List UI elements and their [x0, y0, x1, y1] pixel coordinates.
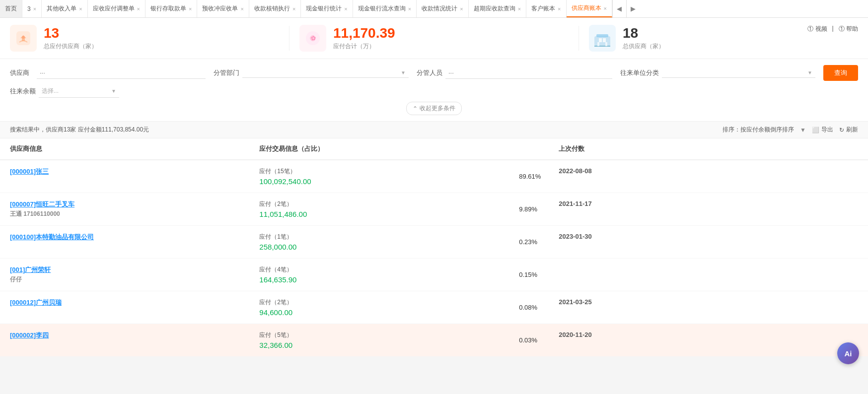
row-1-amount: 11,051,486.00: [259, 210, 519, 218]
nav-tab-bank-label: 银行存取款单: [150, 4, 186, 13]
row-4-lastpay: 2021-03-25: [559, 298, 758, 306]
nav-tab-collection-close[interactable]: ×: [292, 6, 295, 12]
query-button[interactable]: 查询: [823, 65, 858, 81]
row-0-transaction: 应付（15笔） 100,092,540.00 89.61%: [259, 167, 559, 186]
nav-tab-overdue[interactable]: 超期应收款查询 ×: [469, 0, 526, 17]
dept-label: 分管部门: [214, 68, 239, 77]
svg-text:✿: ✿: [311, 35, 316, 42]
svg-rect-4: [594, 36, 610, 46]
svg-rect-7: [603, 38, 606, 42]
row-4-supplier-link[interactable]: [000012]广州贝瑞: [10, 298, 259, 307]
export-button[interactable]: ⬜ 导出: [812, 126, 833, 134]
stat-text-total-payable: 11,170.39 应付合计（万）: [333, 26, 395, 51]
svg-rect-8: [594, 46, 610, 47]
row-5-supplier-link[interactable]: [000002]李四: [10, 331, 259, 340]
video-link[interactable]: ① 视频: [807, 25, 827, 33]
table-row[interactable]: [000007]恒旺二手叉车 王通 17106110000 应付（2笔） 11,…: [0, 193, 868, 226]
nav-tab-overdue-close[interactable]: ×: [518, 6, 521, 12]
row-0-lastpay-date: 2022-08-08: [559, 167, 592, 175]
nav-tab-other-income[interactable]: 其他收入单 ×: [42, 0, 87, 17]
row-5-lastpay: 2020-11-20: [559, 331, 758, 338]
nav-tab-home-label: 首页: [5, 4, 17, 13]
person-input[interactable]: [445, 67, 612, 79]
result-bar: 搜索结果中，供应商13家 应付金额111,703,854.00元 排序：按应付余…: [0, 122, 868, 138]
svg-rect-9: [597, 42, 599, 46]
row-2-percent: 0.23%: [519, 238, 559, 246]
row-1-sub: 王通 17106110000: [10, 210, 259, 218]
row-0-supplier-link[interactable]: [000001]张三: [10, 167, 259, 176]
nav-tab-advance-close[interactable]: ×: [240, 6, 243, 12]
row-2-supplier-link[interactable]: [000100]本特勤油品有限公司: [10, 233, 259, 242]
nav-tab-bank-close[interactable]: ×: [189, 6, 192, 12]
nav-tab-collection[interactable]: 收款核销执行 ×: [249, 0, 301, 17]
row-2-amount: 258,000.00: [259, 243, 519, 251]
help-link[interactable]: ① 帮助: [839, 25, 858, 33]
filter-supplier: 供应商: [10, 67, 206, 79]
nav-tab-advance[interactable]: 预收冲应收单 ×: [197, 0, 249, 17]
table-row[interactable]: [000001]张三 应付（15笔） 100,092,540.00 89.61%…: [0, 160, 868, 193]
nav-tab-customer-ledger-close[interactable]: ×: [558, 6, 561, 12]
payable-suppliers-number: 13: [44, 26, 97, 41]
nav-tab-cash-flow-close[interactable]: ×: [408, 6, 411, 12]
nav-tab-3[interactable]: 3 ×: [22, 0, 42, 17]
row-1-count: 应付（2笔）: [259, 200, 519, 208]
nav-tab-payment-stat-label: 收款情况统计: [422, 4, 457, 13]
stat-block-payable-suppliers: 13 总应付供应商（家）: [10, 25, 279, 52]
row-1-supplier-link[interactable]: [000007]恒旺二手叉车: [10, 200, 259, 209]
nav-tab-cash-stat-label: 现金银行统计: [306, 4, 342, 13]
nav-tab-ar-ap[interactable]: 应收应付调整单 ×: [88, 0, 145, 17]
balance-select[interactable]: 选择... ▼: [39, 85, 119, 98]
nav-tab-supplier-ledger-close[interactable]: ×: [604, 5, 607, 11]
stat-block-total-payable: ✿ 11,170.39 应付合计（万）: [299, 25, 569, 52]
col-header-supplier: 供应商信息: [10, 144, 259, 153]
row-2-lastpay-date: 2023-01-30: [559, 233, 592, 240]
row-5-lastpay-date: 2020-11-20: [559, 331, 592, 338]
top-nav: 首页 3 × 其他收入单 × 应收应付调整单 × 银行存取款单 × 预收冲应收单…: [0, 0, 868, 18]
table-row[interactable]: [000012]广州贝瑞 应付（2笔） 94,600.00 0.08% 2021…: [0, 291, 868, 324]
row-4-transaction: 应付（2笔） 94,600.00 0.08%: [259, 298, 559, 317]
nav-tab-bank[interactable]: 银行存取款单 ×: [145, 0, 197, 17]
nav-tab-home[interactable]: 首页: [0, 0, 22, 17]
nav-tab-ar-ap-close[interactable]: ×: [137, 6, 140, 12]
nav-tab-supplier-ledger[interactable]: 供应商账本 ×: [567, 0, 612, 17]
nav-next-arrow[interactable]: ▶: [626, 0, 640, 17]
nav-prev-arrow[interactable]: ◀: [612, 0, 626, 17]
table-row[interactable]: [000100]本特勤油品有限公司 应付（1笔） 258,000.00 0.23…: [0, 226, 868, 259]
nav-tab-cash-flow[interactable]: 现金银行流水查询 ×: [353, 0, 417, 17]
header-stats: 13 总应付供应商（家） ✿ 11,170.39 应付合计（万）: [0, 18, 868, 59]
nav-tab-cash-stat[interactable]: 现金银行统计 ×: [301, 0, 353, 17]
col-header-lastpay: 上次付数: [559, 144, 758, 153]
data-table: 供应商信息 应付交易信息（占比） 上次付数 [000001]张三 应付（15笔）…: [0, 138, 868, 357]
nav-tab-customer-ledger-label: 客户账本: [531, 4, 555, 13]
table-row[interactable]: [001]广州荣轩 仔仔 应付（4笔） 164,635.90 0.15%: [0, 259, 868, 291]
nav-tab-3-close[interactable]: ×: [33, 6, 36, 12]
dept-select[interactable]: ▼: [242, 68, 409, 78]
nav-tab-advance-label: 预收冲应收单: [202, 4, 238, 13]
nav-tab-collection-label: 收款核销执行: [254, 4, 290, 13]
nav-tab-other-income-close[interactable]: ×: [79, 6, 82, 12]
row-2-transaction: 应付（1笔） 258,000.00 0.23%: [259, 233, 559, 251]
category-select[interactable]: ▼: [662, 68, 816, 78]
sort-label: 排序：按应付余额倒序排序: [723, 126, 794, 134]
svg-rect-5: [596, 34, 608, 37]
row-1-lastpay-date: 2021-11-17: [559, 200, 592, 207]
row-4-amount: 94,600.00: [259, 308, 519, 317]
nav-tab-3-label: 3: [27, 5, 31, 12]
refresh-button[interactable]: ↻ 刷新: [839, 126, 858, 134]
row-4-percent: 0.08%: [519, 304, 559, 311]
nav-tab-cash-stat-close[interactable]: ×: [344, 6, 347, 12]
row-3-supplier-link[interactable]: [001]广州荣轩: [10, 265, 259, 274]
row-1-percent: 9.89%: [519, 205, 559, 213]
svg-point-1: [22, 36, 25, 39]
nav-tab-payment-stat[interactable]: 收款情况统计 ×: [417, 0, 468, 17]
nav-tab-payment-stat-close[interactable]: ×: [460, 6, 463, 12]
collapse-button[interactable]: ⌃ 收起更多条件: [406, 102, 462, 115]
nav-tab-customer-ledger[interactable]: 客户账本 ×: [526, 0, 566, 17]
supplier-input[interactable]: [37, 67, 206, 79]
row-0-count: 应付（15笔）: [259, 167, 519, 176]
row-3-percent: 0.15%: [519, 271, 559, 278]
table-row[interactable]: [000002]李四 应付（5笔） 32,366.00 0.03% 2020-1…: [0, 324, 868, 357]
refresh-icon: ↻: [839, 127, 844, 133]
row-4-count: 应付（2笔）: [259, 298, 519, 307]
sort-arrow-icon: ▼: [800, 127, 806, 133]
